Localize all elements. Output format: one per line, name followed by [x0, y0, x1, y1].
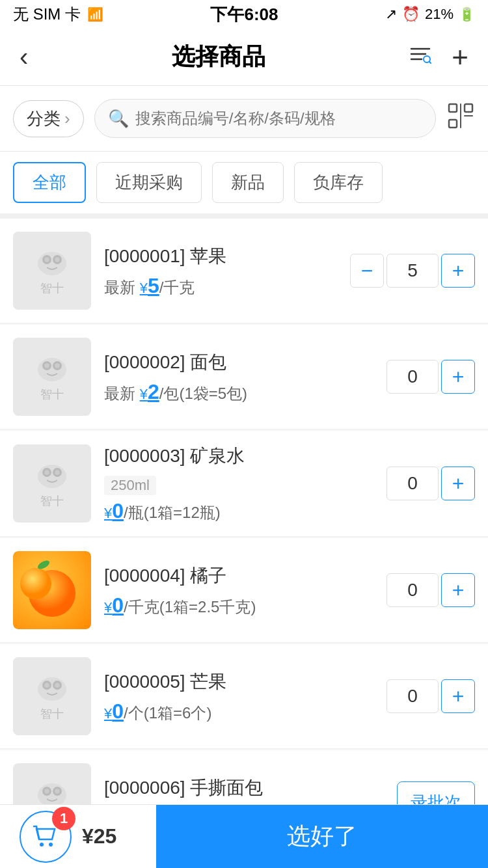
qty-control-5: +	[386, 679, 475, 713]
search-icon: 🔍	[108, 109, 129, 129]
svg-point-20	[55, 364, 60, 368]
product-image-3: 智十	[13, 444, 91, 522]
svg-point-16	[38, 358, 66, 381]
price-value-4: 0	[112, 593, 124, 617]
svg-point-46	[40, 843, 44, 847]
price-unit-5: /个(1箱=6个)	[124, 704, 211, 722]
status-left: 无 SIM 卡 📶	[13, 4, 103, 25]
product-price-5: ¥0/个(1箱=6个)	[104, 699, 373, 724]
add-icon[interactable]: +	[452, 41, 468, 74]
status-right: ↗ ⏰ 21% 🔋	[385, 6, 475, 23]
tab-recent[interactable]: 近期采购	[96, 162, 202, 203]
product-info-4: [0000004] 橘子 ¥0/千克(1箱=2.5千克)	[104, 563, 373, 617]
bottom-bar: 1 ¥25 选好了	[0, 804, 488, 868]
product-info-1: [0000001] 苹果 最新 ¥5/千克	[104, 244, 337, 298]
product-price-1: 最新 ¥5/千克	[104, 274, 337, 298]
filter-icon[interactable]	[409, 42, 432, 72]
table-row: 智十 [0000002] 面包 最新 ¥2/包(1袋=5包) +	[0, 325, 488, 429]
qty-minus-1[interactable]: −	[350, 254, 384, 288]
cart-badge: 1	[52, 807, 75, 830]
svg-rect-7	[449, 120, 457, 128]
price-value-5: 0	[112, 699, 124, 723]
page-title: 选择商品	[172, 41, 265, 73]
qty-control-2: +	[386, 360, 475, 394]
svg-point-21	[38, 465, 66, 488]
price-value-2: 2	[148, 380, 159, 403]
svg-point-19	[45, 364, 49, 368]
product-image-2: 智十	[13, 338, 91, 416]
product-image-1: 智十	[13, 232, 91, 310]
search-input[interactable]	[135, 109, 422, 128]
svg-point-47	[49, 843, 53, 847]
price-prefix-1: 最新	[104, 278, 140, 296]
status-time: 下午6:08	[210, 3, 278, 26]
confirm-button[interactable]: 选好了	[156, 805, 488, 869]
qty-plus-2[interactable]: +	[441, 360, 475, 394]
product-price-2: 最新 ¥2/包(1袋=5包)	[104, 380, 373, 404]
cart-section: 1 ¥25	[0, 811, 156, 863]
battery-text: 21%	[425, 6, 454, 23]
product-name-4: [0000004] 橘子	[104, 563, 373, 588]
price-unit-2: /包(1袋=5包)	[159, 385, 247, 402]
scan-icon[interactable]	[446, 102, 475, 135]
svg-point-11	[38, 252, 66, 275]
search-input-wrapper: 🔍	[94, 99, 436, 138]
qty-plus-5[interactable]: +	[441, 679, 475, 713]
table-row: 智十 [0000001] 苹果 最新 ¥5/千克 − +	[0, 219, 488, 323]
tab-new[interactable]: 新品	[212, 162, 284, 203]
back-button[interactable]: ‹	[20, 42, 28, 72]
svg-point-24	[45, 470, 49, 475]
alarm-icon: ⏰	[402, 6, 420, 23]
svg-point-15	[55, 258, 60, 262]
product-image-5: 智十	[13, 657, 91, 735]
qty-plus-1[interactable]: +	[441, 254, 475, 288]
svg-point-35	[55, 683, 60, 688]
category-button[interactable]: 分类 ›	[13, 100, 84, 137]
tab-all[interactable]: 全部	[13, 162, 86, 203]
qty-input-3[interactable]	[386, 467, 439, 500]
svg-point-31	[38, 677, 66, 701]
qty-input-1[interactable]	[386, 254, 439, 288]
qty-plus-4[interactable]: +	[441, 573, 475, 607]
qty-input-2[interactable]	[386, 360, 439, 394]
table-row: 智十 [0000005] 芒果 ¥0/个(1箱=6个) +	[0, 644, 488, 749]
price-unit-1: /千克	[159, 278, 195, 296]
price-value-1: 5	[148, 274, 159, 297]
wifi-icon: 📶	[87, 7, 103, 22]
tab-negative[interactable]: 负库存	[294, 162, 383, 203]
qty-plus-3[interactable]: +	[441, 467, 475, 500]
qty-input-4[interactable]	[386, 573, 439, 607]
product-name-3: [0000003] 矿泉水	[104, 444, 373, 468]
category-chevron: ›	[64, 109, 70, 129]
product-price-3: ¥0/瓶(1箱=12瓶)	[104, 499, 373, 523]
svg-rect-5	[449, 104, 457, 112]
cart-total-price: ¥25	[82, 824, 116, 848]
search-bar: 分类 › 🔍	[0, 86, 488, 152]
battery-icon: 🔋	[459, 7, 475, 22]
product-info-5: [0000005] 芒果 ¥0/个(1箱=6个)	[104, 670, 373, 724]
svg-point-40	[55, 789, 60, 794]
qty-input-5[interactable]	[386, 679, 439, 713]
qty-control-4: +	[386, 573, 475, 607]
location-icon: ↗	[385, 6, 397, 23]
product-name-1: [0000001] 苹果	[104, 244, 337, 269]
product-name-2: [0000002] 面包	[104, 350, 373, 375]
svg-point-29	[20, 568, 51, 599]
cart-icon-button[interactable]: 1	[20, 811, 72, 863]
svg-line-10	[465, 120, 472, 128]
product-info-2: [0000002] 面包 最新 ¥2/包(1袋=5包)	[104, 350, 373, 404]
table-row: [0000004] 橘子 ¥0/千克(1箱=2.5千克) +	[0, 538, 488, 643]
price-prefix-2: 最新	[104, 385, 140, 402]
nav-bar: ‹ 选择商品 +	[0, 29, 488, 86]
product-name-6: [0000006] 手撕面包	[104, 776, 384, 800]
price-value-3: 0	[112, 499, 124, 522]
nav-actions: +	[409, 41, 468, 74]
qty-control-1: − +	[350, 254, 475, 288]
svg-point-34	[45, 683, 49, 688]
status-bar: 无 SIM 卡 📶 下午6:08 ↗ ⏰ 21% 🔋	[0, 0, 488, 29]
product-name-5: [0000005] 芒果	[104, 670, 373, 694]
svg-point-39	[45, 789, 49, 794]
product-price-4: ¥0/千克(1箱=2.5千克)	[104, 593, 373, 617]
table-row: 智十 [0000003] 矿泉水 250ml ¥0/瓶(1箱=12瓶) +	[0, 431, 488, 537]
svg-line-4	[429, 62, 431, 64]
